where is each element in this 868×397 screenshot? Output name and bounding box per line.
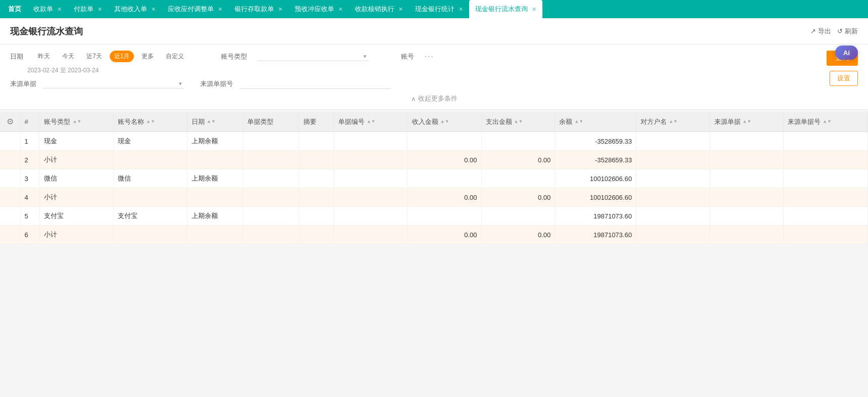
cell-expense: 0.00 [481,151,555,169]
cell-source-doc [710,207,784,226]
th-index: # [20,112,40,132]
cell-counterparty [636,207,710,226]
cell-gear [0,188,20,207]
cell-source-doc-no [784,151,868,169]
filter-section-1: 日期 昨天 今天 近7天 近1月 更多 自定义 账号类型 ▾ 账号 ··· [10,51,858,91]
cell-balance: -3528659.33 [555,132,636,151]
th-expense[interactable]: 支出金额 ▲▼ [481,112,555,132]
th-gear[interactable]: ⚙ [0,112,20,132]
th-summary-label: 摘要 [303,118,316,125]
th-doc-no[interactable]: 单据编号 ▲▼ [334,112,408,132]
th-source-doc-no[interactable]: 来源单据号 ▲▼ [784,112,868,132]
th-account-name[interactable]: 账号名称 ▲▼ [114,112,188,132]
nav-close-payment[interactable]: ✕ [98,6,102,13]
cell-doc-no [334,188,408,207]
nav-close-prepaid[interactable]: ✕ [338,6,343,13]
cell-account-type: 支付宝 [40,207,114,226]
gear-icon[interactable]: ⚙ [7,117,14,126]
header-actions: ↗ 导出 ↺ 刷新 [810,27,858,36]
settings-button[interactable]: 设置 [830,71,858,86]
cell-expense: 0.00 [481,226,555,244]
th-balance[interactable]: 余额 ▲▼ [555,112,636,132]
cell-source-doc-no [784,169,868,188]
date-btn-today[interactable]: 今天 [58,51,79,62]
cell-account-type: 微信 [40,169,114,188]
cell-source-doc [710,188,784,207]
cell-date: 上期余额 [187,132,243,151]
table-row: 1现金现金上期余额-3528659.33 [0,132,868,151]
nav-close-bank[interactable]: ✕ [278,6,283,13]
cell-index: 6 [20,226,40,244]
source-doc-no-group: 来源单据号 [200,79,391,89]
source-doc-arrow-icon: ▾ [179,80,182,87]
nav-item-verification[interactable]: 收款核销执行 ✕ [349,0,409,18]
nav-label-home: 首页 [8,5,21,14]
cell-expense [481,169,555,188]
export-icon: ↗ [810,27,816,35]
account-dots-button[interactable]: ··· [424,52,434,61]
cell-source-doc-no [784,207,868,226]
th-expense-label: 支出金额 [486,117,512,126]
cell-gear [0,226,20,244]
nav-item-payment[interactable]: 付款单 ✕ [68,0,108,18]
th-date[interactable]: 日期 ▲▼ [187,112,243,132]
nav-close-cashflow[interactable]: ✕ [532,6,536,13]
cell-summary [299,132,334,151]
date-btn-yesterday[interactable]: 昨天 [33,51,55,62]
th-doc-type: 单据类型 [243,112,299,132]
cell-income [407,132,481,151]
cell-balance: 19871073.60 [555,226,636,244]
source-doc-no-label: 来源单据号 [200,79,233,89]
cell-account-type: 现金 [40,132,114,151]
cell-source-doc [710,226,784,244]
date-btn-custom[interactable]: 自定义 [161,51,189,62]
th-income[interactable]: 收入金额 ▲▼ [407,112,481,132]
cell-gear [0,207,20,226]
nav-label-prepaid: 预收冲应收单 [295,5,334,14]
export-button[interactable]: ↗ 导出 [810,27,831,36]
source-doc-label: 来源单据 [10,79,36,89]
source-doc-no-input[interactable] [239,79,391,89]
th-doc-no-label: 单据编号 [338,117,364,126]
nav-item-adjustment[interactable]: 应收应付调整单 ✕ [162,0,229,18]
nav-close-stats[interactable]: ✕ [459,6,463,13]
nav-item-cashflow[interactable]: 现金银行流水查询 ✕ [469,0,542,18]
sort-icon-date: ▲▼ [207,119,216,124]
nav-label-verification: 收款核销执行 [355,5,394,14]
cell-summary [299,226,334,244]
nav-item-prepaid[interactable]: 预收冲应收单 ✕ [289,0,349,18]
nav-item-home[interactable]: 首页 [2,0,27,18]
nav-close-adjustment[interactable]: ✕ [218,6,222,13]
ai-button[interactable]: Ai [835,46,858,60]
cell-expense [481,207,555,226]
nav-close-other-income[interactable]: ✕ [151,6,156,13]
date-btn-more[interactable]: 更多 [137,51,158,62]
th-counterparty-label: 对方户名 [641,117,667,126]
date-range-text: 2023-02-24 至 2023-03-24 [27,67,99,74]
nav-item-bank[interactable]: 银行存取款单 ✕ [229,0,289,18]
th-account-type[interactable]: 账号类型 ▲▼ [40,112,114,132]
refresh-button[interactable]: ↺ 刷新 [837,27,858,36]
nav-label-bank: 银行存取款单 [235,5,274,14]
th-source-doc[interactable]: 来源单据 ▲▼ [710,112,784,132]
table-row: 4小计0.000.00100102606.60 [0,188,868,207]
collapse-label: 收起更多条件 [418,94,458,103]
th-account-name-label: 账号名称 [118,117,144,126]
data-table: ⚙ # 账号类型 ▲▼ 账号名称 ▲▼ 日期 [0,112,868,244]
cell-doc-type [243,226,299,244]
nav-item-stats[interactable]: 现金银行统计 ✕ [409,0,469,18]
nav-close-verification[interactable]: ✕ [398,6,403,13]
th-counterparty[interactable]: 对方户名 ▲▼ [636,112,710,132]
nav-item-other-income[interactable]: 其他收入单 ✕ [108,0,162,18]
collapse-bar[interactable]: ∧ 收起更多条件 [10,91,858,105]
sort-icon-doc-no: ▲▼ [367,119,376,124]
cell-income: 0.00 [407,226,481,244]
source-doc-select[interactable]: ▾ [42,79,184,89]
cell-counterparty [636,132,710,151]
nav-close-receipt[interactable]: ✕ [57,6,62,13]
date-btn-7days[interactable]: 近7天 [82,51,107,62]
th-source-doc-label: 来源单据 [714,117,741,126]
date-btn-1month[interactable]: 近1月 [110,51,134,62]
account-type-select[interactable]: ▾ [257,52,369,61]
nav-item-receipt[interactable]: 收款单 ✕ [27,0,68,18]
